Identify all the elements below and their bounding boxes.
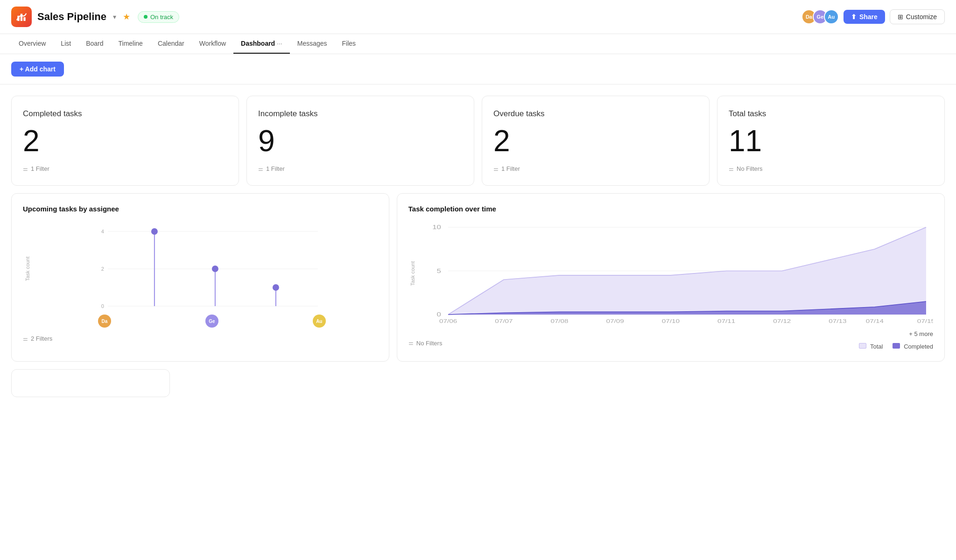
svg-text:4: 4 — [101, 229, 104, 234]
stat-total: Total tasks 11 ⚌ No Filters — [717, 96, 945, 186]
bar-chart-x-axis: Da Ge Au — [51, 315, 373, 328]
star-icon[interactable]: ★ — [123, 12, 130, 22]
add-chart-button[interactable]: + Add chart — [11, 62, 64, 77]
legend-total-swatch — [859, 343, 866, 349]
avatar-au-chart: Au — [313, 315, 326, 328]
stat-completed: Completed tasks 2 ⚌ 1 Filter — [11, 96, 239, 186]
bottom-partial-card — [11, 369, 170, 397]
svg-point-11 — [273, 284, 279, 291]
bar-chart-filter-label: 2 Filters — [31, 335, 52, 342]
svg-text:07/06: 07/06 — [439, 318, 457, 324]
svg-text:07/07: 07/07 — [495, 318, 513, 324]
stat-total-value: 11 — [729, 126, 762, 156]
share-icon: ⬆ — [851, 13, 857, 21]
area-chart-bottom: ⚌ No Filters + 5 more Total Completed — [408, 329, 933, 350]
more-dates-label[interactable]: + 5 more — [909, 330, 933, 337]
bar-chart-area: Task count 4 2 0 — [23, 222, 378, 315]
svg-text:2: 2 — [101, 266, 104, 272]
project-title: Sales Pipeline — [37, 11, 106, 23]
status-badge[interactable]: On track — [138, 11, 179, 23]
svg-text:07/11: 07/11 — [717, 318, 735, 324]
status-dot-icon — [144, 15, 148, 19]
legend-completed-swatch — [893, 343, 900, 349]
stat-overdue: Overdue tasks 2 ⚌ 1 Filter — [482, 96, 710, 186]
stat-completed-filter[interactable]: ⚌ 1 Filter — [23, 165, 49, 172]
charts-row: Upcoming tasks by assignee Task count 4 … — [11, 193, 945, 362]
stat-overdue-value: 2 — [493, 126, 510, 156]
chevron-icon[interactable]: ▾ — [113, 13, 116, 21]
customize-button[interactable]: ⊞ Customize — [890, 9, 945, 24]
svg-point-9 — [212, 266, 218, 272]
area-chart-svg: 10 5 0 07/06 07 — [420, 222, 933, 325]
customize-label: Customize — [906, 13, 937, 21]
nav-messages[interactable]: Messages — [290, 34, 335, 54]
avatar-da-chart: Da — [98, 315, 111, 328]
stat-total-title: Total tasks — [729, 109, 766, 119]
nav-dashboard[interactable]: Dashboard ··· — [233, 34, 290, 54]
svg-text:5: 5 — [436, 268, 441, 274]
svg-text:07/12: 07/12 — [773, 318, 791, 324]
svg-text:07/09: 07/09 — [606, 318, 624, 324]
nav-board[interactable]: Board — [78, 34, 111, 54]
svg-text:07/14: 07/14 — [866, 318, 884, 324]
stats-row: Completed tasks 2 ⚌ 1 Filter Incomplete … — [11, 96, 945, 186]
bar-chart-title: Upcoming tasks by assignee — [23, 205, 378, 213]
area-chart-card: Task completion over time Task count 10 … — [397, 193, 945, 362]
area-chart-filter-label: No Filters — [416, 340, 443, 347]
filter-icon: ⚌ — [408, 340, 414, 346]
filter-icon: ⚌ — [258, 166, 263, 172]
svg-text:0: 0 — [436, 312, 441, 318]
stat-total-filter[interactable]: ⚌ No Filters — [729, 165, 763, 172]
svg-text:07/15: 07/15 — [917, 318, 933, 324]
avatar-ge-chart: Ge — [205, 315, 218, 328]
header-right: Da Ge Au ⬆ Share ⊞ Customize — [798, 9, 945, 24]
area-chart-title: Task completion over time — [408, 205, 933, 213]
header: Sales Pipeline ▾ ★ On track Da Ge Au ⬆ S… — [0, 0, 956, 34]
bar-chart-footer[interactable]: ⚌ 2 Filters — [23, 335, 378, 342]
nav-calendar[interactable]: Calendar — [150, 34, 192, 54]
bar-chart-y-axis-label: Task count — [25, 257, 30, 281]
area-chart-y-label-container: Task count — [408, 222, 418, 325]
customize-icon: ⊞ — [898, 13, 903, 21]
status-label: On track — [150, 14, 173, 21]
chart-legend: Total Completed — [859, 343, 933, 350]
share-button[interactable]: ⬆ Share — [844, 10, 885, 24]
app-icon — [11, 7, 32, 27]
area-chart-right: + 5 more Total Completed — [859, 329, 933, 350]
filter-icon: ⚌ — [23, 166, 28, 172]
stat-completed-value: 2 — [23, 126, 40, 156]
legend-completed: Completed — [893, 343, 934, 350]
svg-text:0: 0 — [101, 303, 104, 309]
nav-bar: Overview List Board Timeline Calendar Wo… — [0, 34, 956, 54]
nav-workflow[interactable]: Workflow — [192, 34, 233, 54]
area-chart-footer[interactable]: ⚌ No Filters — [408, 340, 443, 347]
nav-files[interactable]: Files — [335, 34, 364, 54]
area-chart-area: Task count 10 5 0 — [408, 222, 933, 325]
stat-incomplete: Incomplete tasks 9 ⚌ 1 Filter — [246, 96, 474, 186]
avatar-au[interactable]: Au — [824, 9, 839, 24]
svg-text:10: 10 — [432, 224, 441, 231]
nav-list[interactable]: List — [53, 34, 78, 54]
svg-point-7 — [151, 228, 158, 235]
legend-total: Total — [859, 343, 883, 350]
legend-completed-label: Completed — [904, 343, 933, 350]
bar-chart-svg: 4 2 0 — [34, 222, 378, 315]
stat-completed-title: Completed tasks — [23, 109, 82, 119]
area-chart-y-axis-label: Task count — [410, 261, 416, 286]
stat-overdue-filter[interactable]: ⚌ 1 Filter — [493, 165, 520, 172]
nav-timeline[interactable]: Timeline — [111, 34, 150, 54]
main-content: Completed tasks 2 ⚌ 1 Filter Incomplete … — [0, 92, 956, 408]
legend-total-label: Total — [870, 343, 883, 350]
filter-icon: ⚌ — [729, 166, 734, 172]
stat-incomplete-value: 9 — [258, 126, 275, 156]
app-logo-icon — [15, 11, 28, 23]
bar-chart-y-axis-label-container: Task count — [23, 222, 32, 315]
stat-incomplete-title: Incomplete tasks — [258, 109, 318, 119]
toolbar: + Add chart — [0, 54, 956, 84]
nav-overview[interactable]: Overview — [11, 34, 53, 54]
svg-text:07/10: 07/10 — [662, 318, 680, 324]
filter-icon: ⚌ — [23, 336, 28, 342]
share-label: Share — [859, 13, 878, 21]
stat-incomplete-filter[interactable]: ⚌ 1 Filter — [258, 165, 285, 172]
avatar-group: Da Ge Au — [801, 9, 839, 24]
